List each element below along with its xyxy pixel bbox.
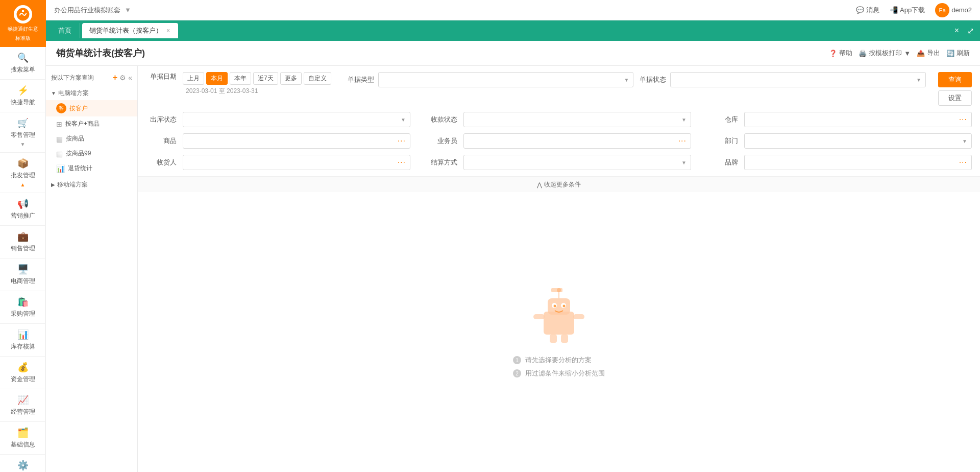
- department-select[interactable]: ▼: [744, 133, 972, 149]
- department-label: 部门: [707, 136, 738, 146]
- payment-method-select[interactable]: ▼: [463, 155, 691, 170]
- sidebar-item-operations[interactable]: 📈 经营管理: [0, 389, 46, 422]
- date-btn-custom[interactable]: 自定义: [304, 72, 331, 85]
- svg-rect-8: [550, 335, 557, 343]
- tab-close-icon[interactable]: ×: [165, 27, 171, 34]
- order-status-select[interactable]: ▼: [670, 72, 926, 87]
- sidebar-item-marketing[interactable]: 📢 营销推广: [0, 193, 46, 226]
- tree-item-return-label: 退货统计: [68, 164, 92, 173]
- export-action[interactable]: 📤 导出: [917, 49, 940, 58]
- message-icon: 💬: [856, 6, 864, 14]
- salesperson-input[interactable]: ···: [463, 133, 691, 149]
- refresh-icon: 🔄: [946, 50, 954, 57]
- brand-input[interactable]: ···: [744, 155, 972, 170]
- tree-item-product99-label: 按商品99: [66, 149, 91, 158]
- app-title: 办公用品行业模拟账套: [54, 6, 120, 15]
- tree-item-customer-product[interactable]: ⊞ 按客户+商品: [46, 116, 137, 131]
- order-type-select[interactable]: ▼: [378, 72, 634, 87]
- tree-item-customer[interactable]: 客 按客户: [46, 100, 137, 116]
- purchase-icon: 🛍️: [17, 296, 29, 308]
- tree-item-customer-label: 按客户: [69, 104, 88, 113]
- tab-active-label: 销货单统计表（按客户）: [89, 26, 162, 35]
- sidebar-item-inventory-label: 库存核算: [11, 342, 35, 351]
- tab-home[interactable]: 首页: [50, 23, 80, 38]
- tab-active[interactable]: 销货单统计表（按客户） ×: [82, 23, 178, 38]
- sidebar-item-inventory[interactable]: 📊 库存核算: [0, 324, 46, 357]
- product-input[interactable]: ···: [183, 133, 410, 149]
- date-btn-this-year[interactable]: 本年: [230, 72, 251, 85]
- message-label: 消息: [866, 6, 879, 15]
- order-status-label: 单据状态: [640, 75, 666, 84]
- nav-icon: ⚡: [17, 85, 29, 96]
- add-scheme-icon[interactable]: +: [113, 73, 117, 82]
- tree-item-return[interactable]: 📊 退货统计: [46, 161, 137, 176]
- print-label: 按模板打印: [869, 49, 902, 58]
- app-download-item[interactable]: 📲 App下载: [890, 6, 925, 15]
- sidebar-item-search[interactable]: 🔍 搜索菜单: [0, 47, 46, 80]
- date-btn-this-month[interactable]: 本月: [206, 72, 228, 85]
- sidebar-item-finance[interactable]: 💰 资金管理: [0, 357, 46, 389]
- sidebar-item-sales[interactable]: 💼 销售管理: [0, 226, 46, 258]
- left-panel-header: 按以下方案查询 + ⚙ «: [46, 70, 137, 85]
- tree-item-product-label: 按商品: [66, 134, 84, 143]
- sidebar-item-basic[interactable]: 🗂️ 基础信息: [0, 422, 46, 455]
- ecommerce-icon: 🖥️: [17, 264, 29, 275]
- payment-status-chevron: ▼: [681, 117, 687, 123]
- tree-item-product99[interactable]: ▦ 按商品99: [46, 146, 137, 161]
- sidebar-item-operations-label: 经营管理: [11, 408, 35, 416]
- warehouse-label: 仓库: [707, 115, 738, 124]
- date-btn-7days[interactable]: 近7天: [253, 72, 278, 85]
- sidebar-item-ecommerce[interactable]: 🖥️ 电商管理: [0, 258, 46, 291]
- tab-bar: 首页 销货单统计表（按客户） × × ⤢: [46, 20, 980, 41]
- group-label: 电脑端方案: [58, 89, 89, 98]
- product-dots: ···: [398, 136, 406, 146]
- warehouse-input[interactable]: ···: [744, 112, 972, 127]
- collapse-bar[interactable]: ⋀ 收起更多条件: [138, 177, 980, 192]
- out-status-select[interactable]: ▼: [183, 112, 410, 127]
- help-action[interactable]: ❓ 帮助: [829, 49, 852, 58]
- username: demo2: [951, 6, 972, 14]
- help-icon: ❓: [829, 50, 837, 57]
- collapse-panel-icon[interactable]: «: [128, 74, 132, 82]
- dropdown-arrow[interactable]: ▼: [125, 6, 131, 14]
- payment-status-select[interactable]: ▼: [463, 112, 691, 127]
- scheme-settings-icon[interactable]: ⚙: [119, 74, 126, 82]
- sidebar-item-ecommerce-label: 电商管理: [11, 277, 35, 286]
- filter-row-1: 单据日期 上月 本月 本年 近7天 更多 自定义 2023-03-01 至 20…: [146, 72, 972, 106]
- customer-icon: 客: [56, 103, 66, 113]
- header-actions: + ⚙ «: [113, 73, 132, 82]
- sidebar-item-retail[interactable]: 🛒 零售管理 ▼: [0, 112, 46, 153]
- message-item[interactable]: 💬 消息: [856, 6, 879, 15]
- receiver-input[interactable]: ···: [183, 155, 410, 170]
- window-close-icon[interactable]: ×: [952, 24, 961, 37]
- tree-item-product[interactable]: ▦ 按商品: [46, 131, 137, 146]
- sidebar-item-nav[interactable]: ⚡ 快捷导航: [0, 80, 46, 112]
- window-maximize-icon[interactable]: ⤢: [965, 24, 976, 38]
- refresh-action[interactable]: 🔄 刷新: [946, 49, 970, 58]
- step2-text: 用过滤条件来缩小分析范围: [525, 369, 605, 378]
- tree-group-mobile-header[interactable]: ▶ 移动端方案: [46, 178, 137, 192]
- top-bar-right: 💬 消息 📲 App下载 Ea demo2: [856, 3, 972, 17]
- date-buttons-group: 上月 本月 本年 近7天 更多 自定义: [183, 72, 331, 85]
- settings-button[interactable]: 设置: [938, 90, 972, 106]
- page-header-actions: ❓ 帮助 🖨️ 按模板打印 ▼ 📤 导出 🔄 刷新: [829, 49, 970, 64]
- sidebar-item-system[interactable]: ⚙️ 系统管理: [0, 455, 46, 472]
- date-btn-last-month[interactable]: 上月: [183, 72, 204, 85]
- warehouse-dots: ···: [959, 115, 967, 124]
- filter-row-3: 商品 ··· 业务员 ··· 部门 ▼: [146, 133, 972, 149]
- empty-step1: 1 请先选择要分析的方案: [513, 356, 605, 365]
- filter-row-4: 收货人 ··· 结算方式 ▼ 品牌 ···: [146, 155, 972, 170]
- retail-icon: 🛒: [17, 117, 29, 129]
- sidebar-item-nav-label: 快捷导航: [11, 98, 35, 107]
- query-button[interactable]: 查询: [938, 72, 972, 87]
- print-action[interactable]: 🖨️ 按模板打印 ▼: [859, 49, 911, 58]
- tree-group-desktop-header[interactable]: ▼ 电脑端方案: [46, 86, 137, 100]
- user-item[interactable]: Ea demo2: [935, 3, 972, 17]
- page-header: 销货单统计表(按客户) ❓ 帮助 🖨️ 按模板打印 ▼ 📤 导出 🔄 刷新: [46, 41, 980, 66]
- date-btn-more[interactable]: 更多: [280, 72, 302, 85]
- sidebar-item-wholesale[interactable]: 📦 批发管理 ▲: [0, 153, 46, 193]
- sidebar-item-purchase[interactable]: 🛍️ 采购管理: [0, 291, 46, 324]
- app-logo: 畅捷通好生意 标准版: [0, 0, 46, 47]
- sidebar-item-finance-label: 资金管理: [11, 375, 35, 384]
- tab-bar-actions: × ⤢: [952, 24, 976, 38]
